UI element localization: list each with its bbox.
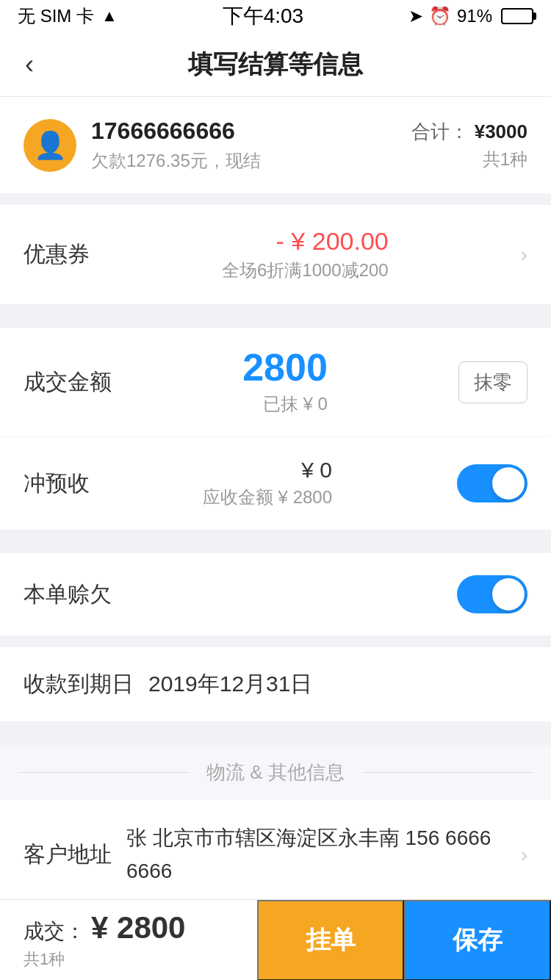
due-date-label: 收款到期日 <box>24 669 134 699</box>
address-value: 张 北京市市辖区海淀区永丰南 156 6666 6666 <box>126 822 512 888</box>
user-info-card: 👤 17666666666 欠款1276.35元，现结 合计： ¥3000 共1… <box>0 97 551 193</box>
content: 👤 17666666666 欠款1276.35元，现结 合计： ¥3000 共1… <box>0 97 551 980</box>
logistics-line-right <box>362 772 533 773</box>
prepay-toggle[interactable] <box>457 464 527 502</box>
avatar: 👤 <box>24 119 76 172</box>
alarm-icon: ⏰ <box>429 6 451 26</box>
due-date-section: 收款到期日 2019年12月31日 <box>0 647 551 721</box>
logistics-label: 物流 & 其他信息 <box>206 760 345 785</box>
bottom-deal-count: 共1种 <box>24 948 234 970</box>
coupon-sub: 全场6折满1000减200 <box>222 259 389 282</box>
section-divider-2 <box>0 541 551 553</box>
status-time: 下午4:03 <box>223 2 304 30</box>
arrearage-toggle[interactable] <box>457 575 527 613</box>
section-divider-1 <box>0 316 551 328</box>
prepay-label: 冲预收 <box>24 469 90 499</box>
prepay-sub: 应收金额 ¥ 2800 <box>203 486 332 509</box>
round-button[interactable]: 抹零 <box>458 361 527 403</box>
deal-amount-row: 成交金额 2800 已抹 ¥ 0 抹零 <box>0 328 551 437</box>
arrearage-section: 本单赊欠 <box>0 553 551 635</box>
nav-bar: ‹ 填写结算等信息 <box>0 32 551 97</box>
status-bar: 无 SIM 卡 ▲ 下午4:03 ➤ ⏰ 91% <box>0 0 551 32</box>
hang-button[interactable]: 挂单 <box>257 900 404 981</box>
bottom-deal-label: 成交： <box>24 918 85 945</box>
page-title: 填写结算等信息 <box>188 48 363 82</box>
due-date-value: 2019年12月31日 <box>148 669 312 699</box>
back-button[interactable]: ‹ <box>18 42 41 87</box>
prepay-right: ¥ 0 应收金额 ¥ 2800 <box>203 458 332 509</box>
coupon-row[interactable]: 优惠券 - ¥ 200.00 全场6折满1000减200 › <box>0 205 551 304</box>
bottom-info: 成交： ¥ 2800 共1种 <box>0 910 257 970</box>
prepay-value: ¥ 0 <box>203 458 332 483</box>
user-details: 17666666666 欠款1276.35元，现结 <box>91 118 261 173</box>
save-button[interactable]: 保存 <box>404 900 551 981</box>
address-chevron-icon: › <box>521 843 527 867</box>
status-left: 无 SIM 卡 ▲ <box>18 4 118 28</box>
section-divider-3 <box>0 733 551 745</box>
deal-amount-sub: 已抹 ¥ 0 <box>242 392 328 416</box>
address-row[interactable]: 客户地址 张 北京市市辖区海淀区永丰南 156 6666 6666 › <box>0 800 551 910</box>
user-sub-text: 欠款1276.35元，现结 <box>91 149 261 173</box>
bottom-deal: 成交： ¥ 2800 <box>24 910 234 945</box>
arrearage-label: 本单赊欠 <box>24 580 112 610</box>
coupon-chevron-icon: › <box>521 243 527 267</box>
coupon-label: 优惠券 <box>24 239 90 270</box>
prepay-row: 冲预收 ¥ 0 应收金额 ¥ 2800 <box>0 437 551 530</box>
deal-amount-value: 2800 <box>242 348 328 386</box>
battery-icon <box>501 8 533 24</box>
coupon-right: - ¥ 200.00 全场6折满1000减200 <box>222 227 389 282</box>
deal-amount-label: 成交金额 <box>24 367 112 397</box>
wifi-icon: ▲ <box>101 7 118 26</box>
coupon-value: - ¥ 200.00 <box>222 227 389 256</box>
status-right: ➤ ⏰ 91% <box>408 6 533 26</box>
user-total: 合计： ¥3000 共1种 <box>411 119 527 171</box>
battery-text: 91% <box>457 6 492 26</box>
form-section-1: 成交金额 2800 已抹 ¥ 0 抹零 冲预收 ¥ 0 应收金额 ¥ 2800 <box>0 328 551 530</box>
bottom-deal-value: ¥ 2800 <box>91 910 185 945</box>
total-count: 共1种 <box>411 148 527 171</box>
total-label: 合计： ¥3000 <box>411 119 527 145</box>
logistics-divider: 物流 & 其他信息 <box>0 745 551 800</box>
bottom-bar: 成交： ¥ 2800 共1种 挂单 保存 <box>0 899 551 980</box>
user-left: 👤 17666666666 欠款1276.35元，现结 <box>24 118 261 173</box>
deal-amount-right: 2800 已抹 ¥ 0 <box>242 348 328 416</box>
user-phone: 17666666666 <box>91 118 261 145</box>
carrier-text: 无 SIM 卡 <box>18 4 94 28</box>
address-label: 客户地址 <box>24 840 112 870</box>
logistics-line-left <box>18 772 189 773</box>
location-icon: ➤ <box>408 6 423 26</box>
